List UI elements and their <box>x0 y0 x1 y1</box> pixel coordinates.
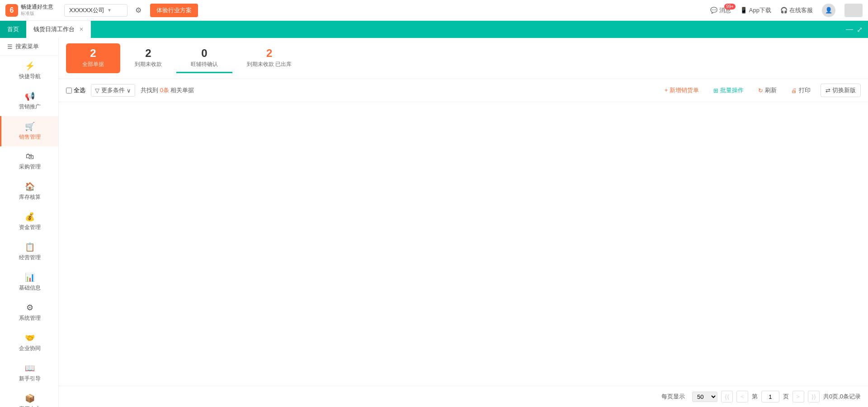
inventory-icon: 🏠 <box>25 182 35 192</box>
stat-number-all: 2 <box>90 47 96 60</box>
last-page-btn[interactable]: ⟩⟩ <box>808 391 820 402</box>
logo-text-block: 畅捷通好生意 标准版 <box>21 4 53 17</box>
online-service-label: 在线客服 <box>789 6 813 14</box>
settings-button[interactable]: ⚙ <box>131 3 146 18</box>
tab-minimize-icon[interactable]: — <box>846 25 853 33</box>
finance-icon: 💰 <box>25 212 35 222</box>
sidebar-item-inventory[interactable]: 🏠 库存核算 <box>0 176 58 206</box>
found-count: 0条 <box>160 87 169 94</box>
stat-number-wangfu: 0 <box>201 47 207 60</box>
sales-label: 销售管理 <box>19 133 41 141</box>
print-label: 打印 <box>799 86 811 94</box>
toolbar: 全选 ▽ 更多条件 ∨ 共找到 0条 相关单据 + 新增销货单 ⊞ 批量操作 ↻ <box>59 79 868 102</box>
stat-label-overdue: 到期未收款 <box>135 61 162 68</box>
table-area <box>59 102 868 386</box>
message-btn[interactable]: 💬 消息 99+ <box>710 6 731 14</box>
marketing-icon: 📢 <box>25 91 35 101</box>
filter-icon: ▽ <box>95 87 99 94</box>
stat-label-wangfu: 旺辅待确认 <box>191 61 218 68</box>
sidebar-item-purchase[interactable]: 🛍 采购管理 <box>0 146 58 176</box>
stat-card-overdue[interactable]: 2 到期未收款 <box>120 43 176 73</box>
sidebar: ☰ 搜索菜单 ⚡ 快捷导航 📢 营销推广 🛒 销售管理 🛍 采购管理 🏠 库存核… <box>0 38 59 407</box>
stat-card-shipped[interactable]: 2 到期未收款 已出库 <box>232 43 306 73</box>
logo-badge: 标准版 <box>21 10 53 17</box>
system-label: 系统管理 <box>19 314 41 322</box>
sidebar-item-search[interactable]: ☰ 搜索菜单 <box>0 38 58 56</box>
tab-expand-icon[interactable]: ⤢ <box>857 25 863 34</box>
sidebar-item-system[interactable]: ⚙ 系统管理 <box>0 297 58 327</box>
tab-work-desk[interactable]: 钱货日清工作台 ✕ <box>26 21 91 38</box>
logo-icon: 6 <box>5 4 18 17</box>
home-tab-label: 首页 <box>7 25 19 33</box>
select-all-input[interactable] <box>66 88 72 94</box>
sidebar-item-enterprise[interactable]: 🤝 企业协同 <box>0 327 58 358</box>
inventory-label: 库存核算 <box>19 193 41 201</box>
avatar[interactable]: 👤 <box>822 4 835 17</box>
add-sales-order-btn[interactable]: + 新增销货单 <box>660 84 703 97</box>
search-menu-label: 搜索菜单 <box>15 42 39 51</box>
app-download-btn[interactable]: 📱 App下载 <box>740 6 771 14</box>
logo-area: 6 畅捷通好生意 标准版 <box>5 4 64 17</box>
tab-close-icon[interactable]: ✕ <box>79 26 84 33</box>
filter-label: 更多条件 <box>101 86 125 94</box>
refresh-btn[interactable]: ↻ 刷新 <box>754 84 781 97</box>
page-suffix: 页 <box>783 393 789 401</box>
stat-card-all[interactable]: 2 全部单据 <box>66 43 120 73</box>
batch-label: 批量操作 <box>720 86 744 94</box>
batch-operation-btn[interactable]: ⊞ 批量操作 <box>709 84 748 97</box>
user-profile-area[interactable] <box>844 4 863 17</box>
company-selector[interactable]: XXXXXX公司 ▼ <box>64 4 127 17</box>
header-right: 💬 消息 99+ 📱 App下载 🎧 在线客服 👤 <box>710 4 863 17</box>
stat-card-wangfu[interactable]: 0 旺辅待确认 <box>176 43 232 73</box>
guide-label: 新手引导 <box>19 375 41 383</box>
logo-text: 畅捷通好生意 <box>21 4 53 11</box>
filter-arrow-icon: ∨ <box>127 87 131 94</box>
prev-page-btn[interactable]: ＜ <box>736 391 748 402</box>
select-all-label: 全选 <box>74 86 85 94</box>
sidebar-item-finance[interactable]: 💰 资金管理 <box>0 206 58 237</box>
switch-icon: ⇄ <box>826 87 830 94</box>
toolbar-right: + 新增销货单 ⊞ 批量操作 ↻ 刷新 🖨 打印 ⇄ 切换新版 <box>660 84 861 97</box>
content-area: 2 全部单据 2 到期未收款 0 旺辅待确认 2 到期未收款 已出库 全选 <box>59 38 868 407</box>
enterprise-icon: 🤝 <box>25 333 35 343</box>
found-text: 共找到 0条 相关单据 <box>141 86 194 94</box>
next-page-btn[interactable]: ＞ <box>793 391 804 402</box>
online-service-btn[interactable]: 🎧 在线客服 <box>780 6 813 14</box>
stat-number-shipped: 2 <box>266 47 272 60</box>
print-icon: 🖨 <box>791 87 797 94</box>
sidebar-item-guide[interactable]: 📖 新手引导 <box>0 358 58 388</box>
batch-icon: ⊞ <box>713 87 718 94</box>
top-header: 6 畅捷通好生意 标准版 XXXXXX公司 ▼ ⚙ 体验行业方案 💬 消息 99… <box>0 0 868 21</box>
tab-home[interactable]: 首页 <box>0 21 26 38</box>
sidebar-item-app-center[interactable]: 📦 应用中心 <box>0 388 58 407</box>
stat-label-all: 全部单据 <box>82 61 104 68</box>
tab-bar: 首页 钱货日清工作台 ✕ — ⤢ <box>0 21 868 38</box>
per-page-select[interactable]: 50 100 200 <box>692 392 717 402</box>
select-all-checkbox[interactable]: 全选 <box>66 86 85 94</box>
sidebar-item-sales[interactable]: 🛒 销售管理 <box>0 116 58 146</box>
quick-nav-icon: ⚡ <box>25 61 35 71</box>
refresh-icon: ↻ <box>758 87 763 94</box>
search-menu-icon: ☰ <box>7 43 13 50</box>
sidebar-item-marketing[interactable]: 📢 营销推广 <box>0 86 58 116</box>
dropdown-arrow-icon: ▼ <box>107 8 112 13</box>
sidebar-item-quick-nav[interactable]: ⚡ 快捷导航 <box>0 56 58 86</box>
per-page-label: 每页显示 <box>661 393 685 401</box>
sidebar-item-basic-info[interactable]: 📊 基础信息 <box>0 267 58 297</box>
stat-label-shipped: 到期未收款 已出库 <box>247 61 292 68</box>
switch-version-btn[interactable]: ⇄ 切换新版 <box>821 84 861 97</box>
print-btn[interactable]: 🖨 打印 <box>787 84 815 97</box>
purchase-label: 采购管理 <box>19 163 41 171</box>
sidebar-item-operations[interactable]: 📋 经营管理 <box>0 237 58 267</box>
filter-button[interactable]: ▽ 更多条件 ∨ <box>91 84 135 97</box>
page-input[interactable] <box>761 391 779 402</box>
app-download-label: App下载 <box>749 6 771 14</box>
enterprise-label: 企业协同 <box>19 345 41 352</box>
app-download-icon: 📱 <box>740 7 747 14</box>
stats-row: 2 全部单据 2 到期未收款 0 旺辅待确认 2 到期未收款 已出库 <box>59 38 868 79</box>
purchase-icon: 🛍 <box>26 152 34 161</box>
system-icon: ⚙ <box>26 303 33 313</box>
guide-icon: 📖 <box>25 363 35 373</box>
trial-btn[interactable]: 体验行业方案 <box>150 4 198 17</box>
first-page-btn[interactable]: ⟨⟨ <box>721 391 733 402</box>
